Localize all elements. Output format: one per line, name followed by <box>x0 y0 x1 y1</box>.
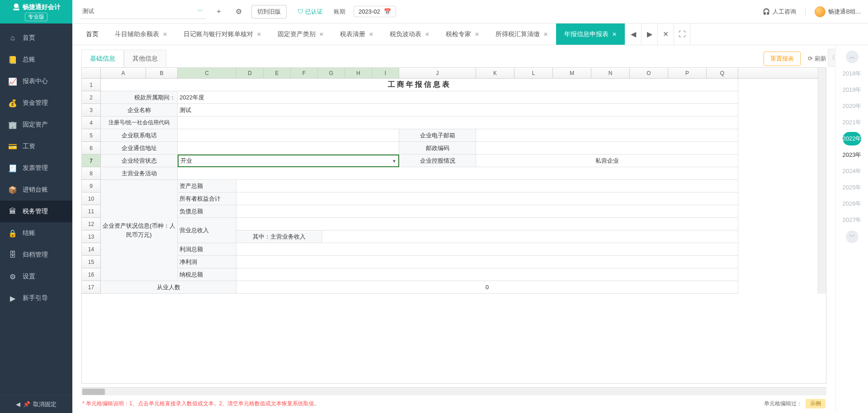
col-header-k[interactable]: K <box>476 68 514 78</box>
col-header-b[interactable]: B <box>146 68 178 78</box>
nav-salary[interactable]: 💳工资 <box>0 136 72 157</box>
col-header-g[interactable]: G <box>318 68 345 78</box>
col-header-c[interactable]: C <box>178 68 236 78</box>
close-icon[interactable]: ✕ <box>369 31 373 38</box>
cell-value[interactable]: 私营企业 <box>476 155 738 167</box>
cell-value[interactable] <box>178 129 399 142</box>
nav-settings[interactable]: ⚙设置 <box>0 266 72 287</box>
year-down-button[interactable]: ﹀ <box>846 230 859 243</box>
user-menu[interactable]: 畅捷通B组... <box>815 6 861 17</box>
row-header[interactable]: 1 <box>82 79 101 91</box>
col-header-i[interactable]: I <box>372 68 399 78</box>
close-icon[interactable]: ✕ <box>257 31 261 38</box>
cell-value[interactable] <box>236 256 738 268</box>
col-header-o[interactable]: O <box>630 68 668 78</box>
company-select[interactable]: 测试 ﹀ <box>80 5 206 19</box>
active-cell-dropdown[interactable]: 开业▼ <box>178 155 399 167</box>
cell-value[interactable] <box>236 180 738 192</box>
add-button[interactable]: ＋ <box>212 5 226 19</box>
subtab-basic[interactable]: 基础信息 <box>81 50 124 67</box>
nav-invoice[interactable]: 🧾发票管理 <box>0 157 72 179</box>
tab-tax-expert[interactable]: 税检专家✕ <box>438 23 487 45</box>
col-header-m[interactable]: M <box>553 68 591 78</box>
close-icon[interactable]: ✕ <box>163 31 167 38</box>
row-header[interactable]: 6 <box>82 142 101 155</box>
close-icon[interactable]: ✕ <box>543 31 548 38</box>
nav-home[interactable]: ⌂首页 <box>0 27 72 49</box>
tab-tax-list[interactable]: 税表清册✕ <box>332 23 382 45</box>
cell-label[interactable]: 企业通信地址 <box>101 142 178 155</box>
year-option-current[interactable]: 2022年 <box>843 132 862 145</box>
help-button[interactable]: 🎧 人工咨询 <box>763 8 796 16</box>
cell-label[interactable]: 从业人数 <box>101 281 236 294</box>
row-header[interactable]: 12 <box>82 218 101 230</box>
cell-label[interactable]: 企业名称 <box>101 104 178 117</box>
year-option[interactable]: 2021年 <box>836 115 868 130</box>
tab-asset-category[interactable]: 固定资产类别✕ <box>269 23 332 45</box>
cell-label[interactable]: 企业联系电话 <box>101 129 178 142</box>
nav-tax[interactable]: 🏛税务管理 <box>0 201 72 222</box>
subtab-other[interactable]: 其他信息 <box>124 50 166 67</box>
tab-fullscreen-button[interactable]: ⛶ <box>674 23 690 45</box>
row-header[interactable]: 16 <box>82 268 101 281</box>
nav-assets[interactable]: 🏢固定资产 <box>0 114 72 136</box>
cell-label[interactable]: 净利润 <box>178 256 236 268</box>
cell-label[interactable]: 资产总额 <box>178 180 236 192</box>
col-header-l[interactable]: L <box>514 68 553 78</box>
nav-reports[interactable]: 📈报表中心 <box>0 70 72 92</box>
close-icon[interactable]: ✕ <box>612 31 617 38</box>
year-option[interactable]: 2024年 <box>836 164 868 179</box>
year-option[interactable]: 2027年 <box>836 212 868 228</box>
nav-ledger[interactable]: 📒总账 <box>0 49 72 70</box>
select-all-cell[interactable] <box>82 68 101 78</box>
old-version-button[interactable]: 切到旧版 <box>251 5 287 19</box>
cell-value[interactable] <box>322 230 738 243</box>
cell-label[interactable]: 其中：主营业务收入 <box>236 230 322 243</box>
row-header[interactable]: 11 <box>82 205 101 218</box>
tab-close-button[interactable]: ✕ <box>658 23 674 45</box>
vertical-scrollbar[interactable] <box>818 68 826 294</box>
cell-value[interactable]: 2022年度 <box>178 91 738 104</box>
tab-annual-report[interactable]: 年报信息申报表✕ <box>556 23 625 45</box>
cell-label[interactable]: 企业控股情况 <box>399 155 476 167</box>
row-header[interactable]: 13 <box>82 230 101 243</box>
cell-label[interactable]: 税款所属期间： <box>101 91 178 104</box>
col-header-e[interactable]: E <box>264 68 291 78</box>
horizontal-scrollbar[interactable] <box>81 387 826 395</box>
row-header[interactable]: 15 <box>82 256 101 268</box>
period-picker[interactable]: 2023-02 📅 <box>354 6 396 17</box>
row-header[interactable]: 2 <box>82 91 101 104</box>
row-header[interactable]: 14 <box>82 243 101 256</box>
row-header[interactable]: 3 <box>82 104 101 117</box>
year-option[interactable]: 2019年 <box>836 82 868 98</box>
cell-label[interactable]: 纳税总额 <box>178 268 236 281</box>
year-option[interactable]: 2018年 <box>836 66 868 81</box>
cell-value[interactable] <box>476 129 738 142</box>
nav-funds[interactable]: 💰资金管理 <box>0 92 72 114</box>
cell-label[interactable]: 营业总收入 <box>178 218 236 243</box>
cell-value[interactable] <box>236 205 738 218</box>
scrollbar-thumb[interactable] <box>82 389 105 395</box>
year-option[interactable]: 2025年 <box>836 180 868 195</box>
cell-value[interactable] <box>236 192 738 205</box>
tab-tax-fluctuation[interactable]: 税负波动表✕ <box>382 23 438 45</box>
row-header[interactable]: 9 <box>82 180 101 192</box>
cell-value[interactable] <box>178 167 738 180</box>
tab-journal-bank[interactable]: 日记账与银行对账单核对✕ <box>175 23 269 45</box>
cell-label[interactable]: 主营业务活动 <box>101 167 178 180</box>
cell-label[interactable]: 邮政编码 <box>399 142 476 155</box>
tab-aux-balance[interactable]: 斗目辅助余额表✕ <box>107 23 175 45</box>
close-icon[interactable]: ✕ <box>475 31 479 38</box>
cell-value[interactable] <box>236 218 738 230</box>
cell-value[interactable]: 测试 <box>178 104 738 117</box>
col-header-n[interactable]: N <box>591 68 630 78</box>
row-header[interactable]: 7 <box>82 155 101 167</box>
rail-collapse-button[interactable]: 《 <box>828 49 836 67</box>
cell-label[interactable]: 所有者权益合计 <box>178 192 236 205</box>
cell-value[interactable]: 0 <box>236 281 738 294</box>
row-header[interactable]: 5 <box>82 129 101 142</box>
cell-value[interactable] <box>178 117 738 129</box>
close-icon[interactable]: ✕ <box>425 31 429 38</box>
row-header[interactable]: 8 <box>82 167 101 180</box>
year-option[interactable]: 2020年 <box>836 99 868 114</box>
